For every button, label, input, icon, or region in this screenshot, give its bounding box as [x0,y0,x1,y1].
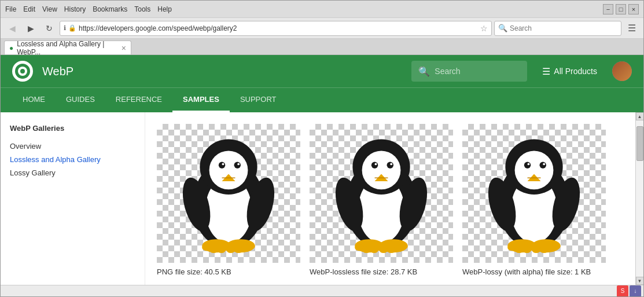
image-container-lossy [462,124,606,263]
minimize-button[interactable]: − [603,4,613,14]
svg-point-6 [209,151,248,190]
svg-point-21 [217,247,226,253]
nav-home[interactable]: HOME [12,88,56,112]
webp-logo-svg [14,63,31,79]
image-caption-png: PNG file size: 40.5 KB [157,267,300,276]
svg-point-31 [371,162,378,168]
svg-point-42 [362,247,371,253]
nav-reference[interactable]: REFERENCE [105,88,172,112]
svg-point-43 [370,247,378,253]
svg-point-20 [209,247,218,253]
penguin-image-lossless [323,133,439,254]
window-controls: − □ × [603,4,639,14]
nav-support[interactable]: SUPPORT [230,88,287,112]
image-caption-lossy: WebP-lossy (with alpha) file size: 1 KB [462,267,606,276]
image-card-lossless: WebP-lossless file size: 28.7 KB [310,124,453,276]
menu-history[interactable]: History [64,5,86,13]
site-nav: HOME GUIDES REFERENCE SAMPLES SUPPORT [1,87,643,112]
svg-point-9 [219,162,225,168]
status-icon-s: S [617,285,628,297]
header-search-box[interactable]: 🔍 [411,61,527,82]
site-logo [12,61,33,82]
avatar-image [612,61,632,81]
menu-file[interactable]: File [5,5,16,13]
all-products-label: All Products [554,67,597,76]
url-display: https://developers.google.com/speed/webp… [79,24,478,32]
menu-tools[interactable]: Tools [134,5,150,13]
back-button[interactable]: ◀ [4,21,20,36]
main-content: WebP Galleries Overview Lossless and Alp… [1,112,643,285]
nav-bar: ◀ ▶ ↻ ℹ 🔒 https://developers.google.com/… [1,18,643,39]
menu-bookmarks[interactable]: Bookmarks [93,5,127,13]
svg-point-12 [237,163,240,166]
browser-menu-button[interactable]: ☰ [624,21,640,36]
scrollbar: ▲ ▼ [635,112,643,285]
svg-point-24 [241,244,250,251]
forward-button[interactable]: ▶ [23,21,39,36]
reload-button[interactable]: ↻ [41,21,57,36]
nav-guides[interactable]: GUIDES [56,88,105,112]
browser-window: File Edit View History Bookmarks Tools H… [0,0,644,297]
svg-point-22 [226,247,235,253]
sidebar-link-overview[interactable]: Overview [10,140,135,153]
maximize-button[interactable]: □ [616,4,626,14]
svg-point-66 [532,247,540,253]
close-button[interactable]: × [628,4,639,14]
svg-point-53 [524,162,531,168]
sidebar-link-lossy[interactable]: Lossy Gallery [10,166,135,179]
hamburger-icon: ☰ [542,66,550,77]
address-actions: ☆ [480,24,488,33]
penguin-image-lossy [476,133,592,254]
sidebar: WebP Galleries Overview Lossless and Alp… [1,112,145,285]
header-search-input[interactable] [435,67,510,76]
title-bar: File Edit View History Bookmarks Tools H… [1,1,643,18]
svg-point-33 [375,163,377,166]
scrollbar-track[interactable] [636,120,644,277]
content-area: PNG file size: 40.5 KB [145,112,635,285]
svg-point-55 [528,163,530,166]
status-icon-down: ↓ [630,285,641,297]
svg-point-32 [387,162,393,168]
tab-favicon: ● [9,44,13,52]
bookmark-icon[interactable]: ☆ [480,24,488,33]
tab-bar: ● Lossless and Alpha Gallery | WebP... × [1,39,643,55]
svg-point-28 [362,151,401,190]
image-container-png [157,124,300,263]
active-tab[interactable]: ● Lossless and Alpha Gallery | WebP... × [4,41,131,54]
images-grid: PNG file size: 40.5 KB [157,124,624,276]
user-avatar[interactable] [612,61,632,81]
image-card-png: PNG file size: 40.5 KB [157,124,300,276]
menu-help[interactable]: Help [157,5,172,13]
svg-point-50 [515,151,554,190]
svg-point-46 [394,244,403,251]
status-bar: S ↓ [1,285,643,296]
nav-samples[interactable]: SAMPLES [172,88,230,112]
svg-point-68 [547,244,555,251]
address-bar[interactable]: ℹ 🔒 https://developers.google.com/speed/… [60,21,492,36]
svg-point-10 [234,162,241,168]
svg-point-34 [390,163,392,166]
all-products-button[interactable]: ☰ All Products [536,63,603,80]
svg-point-56 [543,163,545,166]
penguin-image-png [171,133,286,254]
browser-search-box[interactable]: 🔍 [494,21,621,36]
menu-view[interactable]: View [42,5,57,13]
sidebar-section-title: WebP Galleries [10,124,135,133]
svg-point-54 [540,162,546,168]
sidebar-link-lossless[interactable]: Lossless and Alpha Gallery [10,153,135,166]
menu-bar: File Edit View History Bookmarks Tools H… [5,5,172,13]
svg-point-2 [20,69,25,74]
svg-point-11 [222,163,225,166]
scroll-up-button[interactable]: ▲ [636,112,644,120]
scroll-down-button[interactable]: ▼ [636,277,644,285]
tab-close-button[interactable]: × [122,43,126,53]
search-icon: 🔍 [498,24,507,32]
svg-point-65 [522,247,531,253]
svg-point-64 [515,247,524,253]
browser-search-input[interactable] [510,24,617,32]
image-caption-lossless: WebP-lossless file size: 28.7 KB [310,267,453,276]
scrollbar-thumb[interactable] [636,126,643,161]
menu-edit[interactable]: Edit [23,5,35,13]
image-card-lossy: WebP-lossy (with alpha) file size: 1 KB [462,124,606,276]
lock-icon: ℹ [64,24,66,32]
